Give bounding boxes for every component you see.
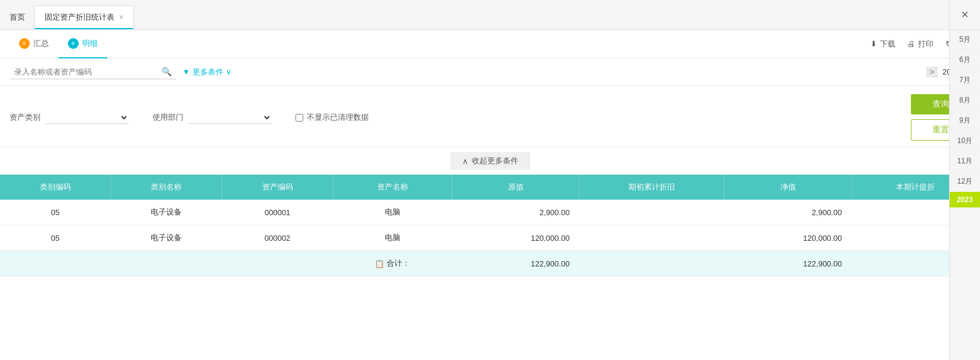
print-button[interactable]: 🖨 打印 — [907, 39, 934, 49]
search-wrapper: 🔍 — [10, 64, 176, 79]
month-7[interactable]: 7月 — [950, 70, 980, 91]
month-11[interactable]: 11月 — [950, 151, 980, 172]
row1-category-code: 05 — [0, 200, 111, 225]
col-header-category-name: 类别名称 — [111, 175, 222, 200]
total-icon: 📋 — [375, 259, 384, 268]
row2-asset-code: 000002 — [222, 225, 333, 251]
hide-cleared-label: 不显示已清理数据 — [307, 112, 369, 123]
total-row: 📋 合计： 122,900.00 122,900.00 — [0, 251, 980, 277]
table-row: 05 电子设备 000001 电脑 2,900.00 2,900.00 — [0, 200, 980, 225]
tab-bar: 首页 固定资产折旧统计表 × — [0, 0, 980, 30]
month-10[interactable]: 10月 — [950, 131, 980, 151]
tab-home[interactable]: 首页 — [0, 5, 35, 29]
col-header-asset-name: 资产名称 — [333, 175, 452, 200]
collapse-up-icon: ∧ — [462, 157, 468, 166]
more-conditions-button[interactable]: ▼ 更多条件 ∨ — [182, 67, 232, 77]
download-label: 下载 — [880, 39, 895, 49]
table-row: 05 电子设备 000002 电脑 120,000.00 120,000.00 — [0, 225, 980, 251]
total-empty — [0, 251, 333, 277]
row1-original-value: 2,900.00 — [452, 200, 579, 225]
hide-cleared-field: 不显示已清理数据 — [295, 112, 369, 123]
col-header-asset-code: 资产编码 — [222, 175, 333, 200]
col-header-original-value: 原值 — [452, 175, 579, 200]
department-field: 使用部门 — [153, 111, 272, 124]
search-icon: 🔍 — [161, 67, 172, 76]
month-8[interactable]: 8月 — [950, 91, 980, 111]
month-12[interactable]: 12月 — [950, 172, 980, 192]
row1-asset-code: 000001 — [222, 200, 333, 225]
right-sidebar: ✕ 5月 6月 7月 8月 9月 10月 11月 12月 2023 — [949, 0, 980, 360]
huizong-icon: ≡ — [19, 38, 30, 49]
collapse-label: 收起更多条件 — [472, 156, 518, 166]
mingxi-label: 明细 — [82, 38, 98, 49]
row2-accumulated-dep — [579, 225, 724, 251]
col-header-accumulated-dep: 期初累计折旧 — [579, 175, 724, 200]
asset-category-label: 资产类别 — [10, 112, 41, 123]
asset-category-select[interactable] — [45, 111, 129, 124]
filter-bar: 🔍 ▼ 更多条件 ∨ > 2023.01 — [0, 58, 980, 86]
col-header-category-code: 类别编码 — [0, 175, 111, 200]
huizong-label: 汇总 — [33, 38, 49, 49]
month-6[interactable]: 6月 — [950, 50, 980, 70]
tab-active[interactable]: 固定资产折旧统计表 × — [35, 5, 133, 29]
sub-tab-huizong[interactable]: ≡ 汇总 — [10, 30, 58, 58]
expand-date-button[interactable]: > — [926, 67, 938, 77]
row1-asset-name: 电脑 — [333, 200, 452, 225]
chevron-down-icon: ∨ — [226, 67, 232, 76]
tab-close-button[interactable]: × — [119, 13, 123, 21]
filter-icon: ▼ — [182, 67, 190, 76]
main-content: 首页 固定资产折旧统计表 × ≡ 汇总 ≡ 明细 ⬇ 下载 🖨 打印 — [0, 0, 980, 360]
row2-net-value: 120,000.00 — [724, 225, 851, 251]
sub-tab-bar: ≡ 汇总 ≡ 明细 ⬇ 下载 🖨 打印 ↻ 刷新 — [0, 30, 980, 58]
print-label: 打印 — [918, 39, 934, 49]
department-select[interactable] — [188, 111, 272, 124]
advanced-filter: 资产类别 使用部门 不显示已清理数据 查询 重置 — [0, 86, 980, 147]
total-accumulated-dep — [579, 251, 724, 277]
download-button[interactable]: ⬇ 下载 — [870, 39, 895, 49]
print-icon: 🖨 — [907, 39, 915, 48]
total-original-value: 122,900.00 — [452, 251, 579, 277]
year-badge: 2023 — [950, 192, 980, 207]
row2-asset-name: 电脑 — [333, 225, 452, 251]
row2-category-code: 05 — [0, 225, 111, 251]
data-table: 类别编码 类别名称 资产编码 资产名称 原值 期初累计折旧 净值 本期计提折 0… — [0, 175, 980, 277]
total-net-value: 122,900.00 — [724, 251, 851, 277]
total-label-cell: 📋 合计： — [333, 251, 452, 277]
month-5[interactable]: 5月 — [950, 30, 980, 50]
row2-category-name: 电子设备 — [111, 225, 222, 251]
department-label: 使用部门 — [153, 112, 183, 123]
row1-accumulated-dep — [579, 200, 724, 225]
filter-row: 资产类别 使用部门 不显示已清理数据 查询 重置 — [10, 94, 970, 141]
col-header-net-value: 净值 — [724, 175, 851, 200]
sub-tab-mingxi[interactable]: ≡ 明细 — [58, 30, 107, 58]
sub-tabs: ≡ 汇总 ≡ 明细 — [10, 30, 107, 58]
asset-category-field: 资产类别 — [10, 111, 129, 124]
row2-original-value: 120,000.00 — [452, 225, 579, 251]
month-9[interactable]: 9月 — [950, 111, 980, 131]
row1-category-name: 电子设备 — [111, 200, 222, 225]
active-tab-label: 固定资产折旧统计表 — [45, 12, 114, 23]
row1-net-value: 2,900.00 — [724, 200, 851, 225]
collapse-button[interactable]: ∧ 收起更多条件 — [450, 152, 530, 170]
data-table-container: 类别编码 类别名称 资产编码 资产名称 原值 期初累计折旧 净值 本期计提折 0… — [0, 175, 980, 360]
total-label-text: 合计： — [387, 258, 410, 269]
mingxi-icon: ≡ — [68, 38, 79, 49]
hide-cleared-checkbox[interactable] — [295, 114, 303, 122]
close-button[interactable]: ✕ — [950, 0, 980, 30]
download-icon: ⬇ — [870, 39, 877, 48]
more-conditions-label: 更多条件 — [192, 67, 223, 77]
search-input[interactable] — [14, 67, 159, 76]
collapse-bar: ∧ 收起更多条件 — [0, 147, 980, 175]
